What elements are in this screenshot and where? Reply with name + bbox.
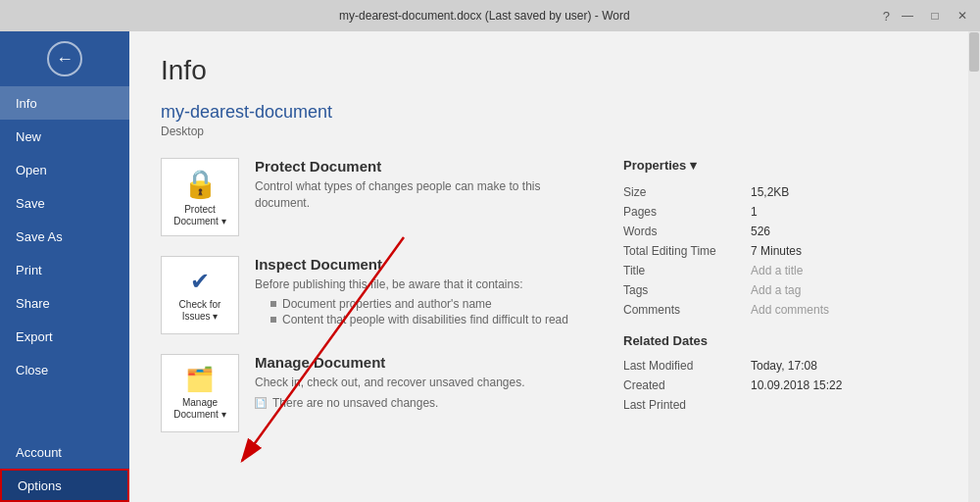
inspect-document-desc: Before publishing this file, be aware th… xyxy=(255,276,568,293)
properties-section: Properties ▾ Size 15,2KB Pages 1 xyxy=(623,158,937,452)
minimize-button[interactable]: — xyxy=(898,6,917,25)
inspect-document-card: ✔ Check forIssues ▾ Inspect Document Bef… xyxy=(161,256,584,334)
sidebar: ← Info New Open Save Save As xyxy=(0,31,129,502)
check-issues-label: Check forIssues ▾ xyxy=(179,299,221,323)
prop-val-tags[interactable]: Add a tag xyxy=(751,280,937,300)
close-button[interactable]: ✕ xyxy=(953,6,972,25)
info-grid: 🔒 ProtectDocument ▾ Protect Document Con… xyxy=(161,158,937,452)
prop-val-size: 15,2KB xyxy=(751,182,937,202)
back-arrow-icon: ← xyxy=(47,41,82,76)
window-controls: ? — □ ✕ xyxy=(883,6,972,25)
prop-row-editing-time: Total Editing Time 7 Minutes xyxy=(623,241,937,261)
prop-key-comments: Comments xyxy=(623,300,751,320)
lock-icon: 🔒 xyxy=(183,168,218,200)
sidebar-nav: Info New Open Save Save As Print xyxy=(0,86,129,502)
manage-document-button[interactable]: 🗂️ ManageDocument ▾ xyxy=(161,354,239,432)
sidebar-item-share[interactable]: Share xyxy=(0,286,129,320)
manage-doc-icon: 🗂️ xyxy=(185,366,215,393)
check-icon: ✔ xyxy=(190,268,210,295)
date-key-created: Created xyxy=(623,376,751,395)
back-button[interactable]: ← xyxy=(0,31,129,86)
manage-document-desc: Check in, check out, and recover unsaved… xyxy=(255,375,525,391)
prop-val-editing: 7 Minutes xyxy=(751,241,937,261)
sidebar-item-account[interactable]: Account xyxy=(0,435,129,469)
date-key-printed: Last Printed xyxy=(623,395,751,415)
prop-row-tags: Tags Add a tag xyxy=(623,280,937,300)
help-button[interactable]: ? xyxy=(883,9,890,24)
properties-table: Size 15,2KB Pages 1 Words 526 xyxy=(623,182,937,320)
date-val-created: 10.09.2018 15:22 xyxy=(751,376,937,395)
bullet-1: Document properties and author's name xyxy=(270,297,568,311)
prop-row-size: Size 15,2KB xyxy=(623,182,937,202)
prop-key-title: Title xyxy=(623,261,751,280)
doc-sub-icon: 📄 xyxy=(255,397,267,409)
actions-section: 🔒 ProtectDocument ▾ Protect Document Con… xyxy=(161,158,584,452)
prop-val-words: 526 xyxy=(751,222,937,241)
date-val-printed xyxy=(751,395,937,415)
sidebar-item-new[interactable]: New xyxy=(0,120,129,153)
inspect-document-bullets: Document properties and author's name Co… xyxy=(270,297,568,326)
bullet-icon-1 xyxy=(270,301,276,307)
check-issues-button[interactable]: ✔ Check forIssues ▾ xyxy=(161,256,239,334)
manage-document-card: 🗂️ ManageDocument ▾ Manage Document Chec… xyxy=(161,354,584,432)
inspect-document-title: Inspect Document xyxy=(255,256,568,273)
prop-row-pages: Pages 1 xyxy=(623,202,937,222)
bullet-2: Content that people with disabilities fi… xyxy=(270,313,568,326)
prop-val-comments[interactable]: Add comments xyxy=(751,300,937,320)
protect-document-label: ProtectDocument ▾ xyxy=(173,204,225,227)
sidebar-item-options[interactable]: Options xyxy=(0,469,129,502)
prop-key-pages: Pages xyxy=(623,202,751,222)
prop-key-editing: Total Editing Time xyxy=(623,241,751,261)
maximize-button[interactable]: □ xyxy=(925,6,945,25)
scrollbar-thumb[interactable] xyxy=(969,32,979,72)
prop-val-pages: 1 xyxy=(751,202,937,222)
document-location: Desktop xyxy=(161,125,937,138)
app-body: ← Info New Open Save Save As xyxy=(0,31,980,502)
page-title: Info xyxy=(161,55,937,86)
sidebar-item-close[interactable]: Close xyxy=(0,353,129,386)
protect-document-button[interactable]: 🔒 ProtectDocument ▾ xyxy=(161,158,239,236)
date-row-modified: Last Modified Today, 17:08 xyxy=(623,356,937,376)
sidebar-item-print[interactable]: Print xyxy=(0,253,129,286)
date-key-modified: Last Modified xyxy=(623,356,751,376)
prop-val-title[interactable]: Add a title xyxy=(751,261,937,280)
sidebar-item-open[interactable]: Open xyxy=(0,153,129,186)
content-area: Info my-dearest-document Desktop 🔒 Prote… xyxy=(129,31,968,502)
sidebar-item-saveas[interactable]: Save As xyxy=(0,220,129,253)
manage-document-text: Manage Document Check in, check out, and… xyxy=(255,354,525,416)
protect-document-desc: Control what types of changes people can… xyxy=(255,178,584,212)
document-name: my-dearest-document xyxy=(161,102,937,123)
prop-key-words: Words xyxy=(623,222,751,241)
protect-document-card: 🔒 ProtectDocument ▾ Protect Document Con… xyxy=(161,158,584,236)
date-row-created: Created 10.09.2018 15:22 xyxy=(623,376,937,395)
related-dates-header: Related Dates xyxy=(623,333,937,348)
prop-key-size: Size xyxy=(623,182,751,202)
manage-document-sub: 📄 There are no unsaved changes. xyxy=(255,395,525,412)
app-window: my-dearest-document.docx (Last saved by … xyxy=(0,0,980,502)
date-val-modified: Today, 17:08 xyxy=(751,356,937,376)
protect-document-title: Protect Document xyxy=(255,158,584,175)
prop-row-title: Title Add a title xyxy=(623,261,937,280)
manage-document-title: Manage Document xyxy=(255,354,525,371)
scrollbar[interactable] xyxy=(968,31,980,502)
date-row-printed: Last Printed xyxy=(623,395,937,415)
prop-key-tags: Tags xyxy=(623,280,751,300)
window-title: my-dearest-document.docx (Last saved by … xyxy=(86,9,883,23)
sidebar-item-export[interactable]: Export xyxy=(0,320,129,353)
prop-row-comments: Comments Add comments xyxy=(623,300,937,320)
sidebar-bottom: Account Options xyxy=(0,435,129,502)
manage-document-label: ManageDocument ▾ xyxy=(173,397,225,421)
title-bar: my-dearest-document.docx (Last saved by … xyxy=(0,0,980,31)
inspect-document-text: Inspect Document Before publishing this … xyxy=(255,256,568,328)
properties-header: Properties ▾ xyxy=(623,158,937,173)
main-content: Info my-dearest-document Desktop 🔒 Prote… xyxy=(129,31,968,502)
bullet-icon-2 xyxy=(270,317,276,323)
protect-document-text: Protect Document Control what types of c… xyxy=(255,158,584,216)
dates-table: Last Modified Today, 17:08 Created 10.09… xyxy=(623,356,937,415)
prop-row-words: Words 526 xyxy=(623,222,937,241)
sidebar-item-save[interactable]: Save xyxy=(0,186,129,220)
sidebar-item-info[interactable]: Info xyxy=(0,86,129,120)
